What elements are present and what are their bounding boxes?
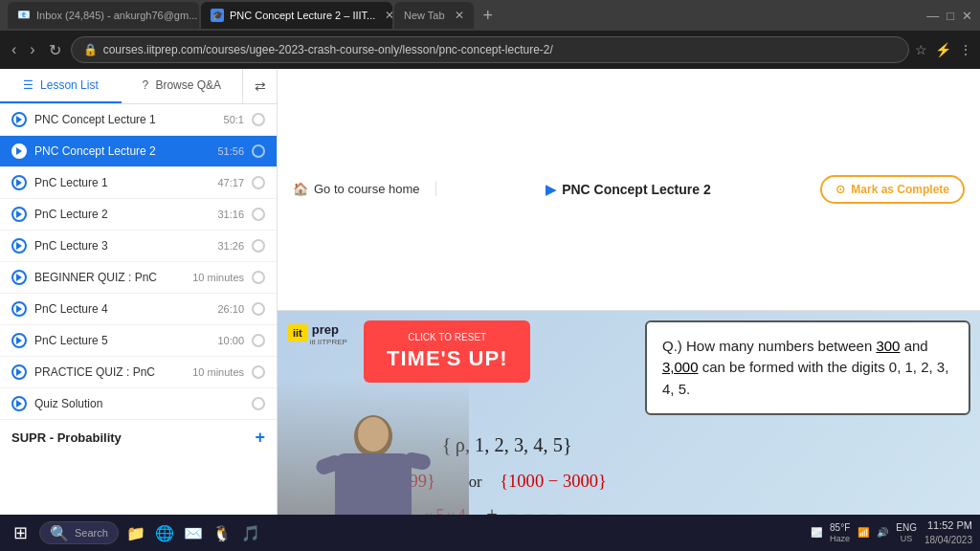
clock-time: 11:52 PM bbox=[924, 518, 972, 533]
url-text: courses.iitprep.com/courses/ugee-2023-cr… bbox=[103, 43, 897, 56]
lesson7-check bbox=[252, 302, 265, 316]
refresh-button[interactable]: ↻ bbox=[45, 41, 65, 59]
sidebar-item-pnc-lecture-4[interactable]: PnC Lecture 2 31:16 bbox=[0, 199, 277, 231]
taskbar-icon-mail[interactable]: ✉️ bbox=[182, 521, 205, 544]
taskbar-search-bar[interactable]: 🔍 Search bbox=[39, 521, 119, 544]
lesson9-duration: 10 minutes bbox=[192, 366, 244, 378]
sidebar-item-pnc-lecture-5[interactable]: PnC Lecture 3 31:26 bbox=[0, 231, 277, 262]
extensions-icon[interactable]: ⚡ bbox=[935, 42, 951, 57]
lang-text: ENG bbox=[896, 522, 917, 534]
lesson3-name: PnC Lecture 1 bbox=[34, 176, 210, 189]
lesson3-check bbox=[252, 176, 265, 189]
lesson6-play-icon bbox=[11, 270, 27, 285]
q-underline-3000: 3,000 bbox=[662, 359, 699, 375]
close-window-button[interactable]: ✕ bbox=[962, 9, 972, 23]
logo-sub: iit IITPREP bbox=[310, 338, 347, 346]
network-icon: 📶 bbox=[858, 527, 869, 538]
lesson6-duration: 10 minutes bbox=[192, 272, 244, 283]
list-icon: ☰ bbox=[23, 78, 33, 92]
clock-date: 18/04/2023 bbox=[924, 534, 972, 547]
sidebar-item-practice-quiz[interactable]: PRACTICE QUIZ : PnC 10 minutes bbox=[0, 357, 277, 388]
forward-button[interactable]: › bbox=[26, 41, 38, 58]
taskbar-icon-browser[interactable]: 🌐 bbox=[153, 521, 176, 544]
taskbar-icon-music[interactable]: 🎵 bbox=[239, 521, 262, 544]
tab3-close[interactable]: ✕ bbox=[455, 9, 464, 22]
taskbar: ⊞ 🔍 Search 📁 🌐 ✉️ 🐧 🎵 🌫️ 85°F Haze 📶 🔊 E… bbox=[0, 515, 980, 551]
lesson7-name: PnC Lecture 4 bbox=[34, 302, 210, 316]
volume-icon: 🔊 bbox=[877, 527, 888, 538]
browser-actions: ☆ ⚡ ⋮ bbox=[915, 42, 972, 57]
question-text: Q.) How many numbers between 300 and 3,0… bbox=[662, 338, 948, 397]
sidebar-item-pnc-lecture-1[interactable]: PNC Concept Lecture 1 50:1 bbox=[0, 104, 277, 136]
mark-complete-button[interactable]: ⊙ Mark as Complete bbox=[820, 175, 965, 204]
lesson5-check bbox=[252, 239, 265, 253]
svg-text:ρ, 1, 2, 3, 4, 5}: ρ, 1, 2, 3, 4, 5} bbox=[456, 434, 572, 456]
tab1-label: Inbox (24,845) - ankurgh76@gm... bbox=[36, 10, 197, 21]
lesson2-name: PNC Concept Lecture 2 bbox=[34, 144, 210, 158]
minimize-button[interactable]: — bbox=[926, 9, 939, 23]
browser-controls: ‹ › ↻ 🔒 courses.iitprep.com/courses/ugee… bbox=[0, 31, 980, 69]
play-circle-icon: ▶ bbox=[546, 182, 556, 197]
top-nav: 🏠 Go to course home ▶ PNC Concept Lectur… bbox=[278, 69, 980, 311]
tab-pnc[interactable]: 🎓 PNC Concept Lecture 2 – IIIT... ✕ bbox=[201, 2, 392, 29]
bookmark-icon[interactable]: ☆ bbox=[915, 42, 927, 57]
lesson1-name: PNC Concept Lecture 1 bbox=[34, 113, 216, 126]
lesson10-name: Quiz Solution bbox=[34, 397, 236, 410]
sidebar-item-beginner-quiz[interactable]: BEGINNER QUIZ : PnC 10 minutes bbox=[0, 262, 277, 294]
home-icon: 🏠 bbox=[293, 182, 308, 196]
lesson1-check bbox=[252, 113, 265, 126]
timer-box[interactable]: CLICK TO RESET TIME'S UP! bbox=[364, 320, 530, 383]
qa-icon: ? bbox=[142, 78, 148, 92]
sidebar-item-pnc-lecture-6[interactable]: PnC Lecture 4 26:10 bbox=[0, 294, 277, 325]
lesson4-check bbox=[252, 208, 265, 221]
tab-newtab[interactable]: New Tab ✕ bbox=[394, 2, 474, 29]
region-text: US bbox=[896, 534, 917, 544]
taskbar-icon-terminal[interactable]: 🐧 bbox=[211, 521, 234, 544]
lesson3-duration: 47:17 bbox=[217, 177, 244, 188]
sidebar-toggle[interactable]: ⇄ bbox=[242, 69, 277, 103]
sidebar-item-pnc-lecture-7[interactable]: PnC Lecture 5 10:00 bbox=[0, 325, 277, 357]
sidebar-item-quiz-solution[interactable]: Quiz Solution bbox=[0, 388, 277, 420]
lesson4-play-icon bbox=[11, 207, 27, 222]
tab3-label: New Tab bbox=[404, 10, 445, 21]
lesson2-play-icon bbox=[11, 143, 27, 159]
taskbar-icon-files[interactable]: 📁 bbox=[124, 521, 147, 544]
lesson9-name: PRACTICE QUIZ : PnC bbox=[34, 365, 185, 379]
section-label: SUPR - Probability bbox=[11, 430, 122, 445]
logo-prep: prep bbox=[312, 322, 339, 337]
lesson8-play-icon bbox=[11, 333, 27, 348]
content-area: 🏠 Go to course home ▶ PNC Concept Lectur… bbox=[278, 69, 980, 551]
start-button[interactable]: ⊞ bbox=[8, 520, 33, 545]
taskbar-weather-icon: 🌫️ bbox=[811, 527, 822, 538]
lesson9-check bbox=[252, 365, 265, 379]
go-to-course-label: Go to course home bbox=[314, 182, 420, 196]
more-options-icon[interactable]: ⋮ bbox=[959, 42, 972, 57]
weather-desc: Haze bbox=[830, 534, 850, 545]
lesson7-duration: 26:10 bbox=[217, 303, 244, 315]
q-underline-300: 300 bbox=[876, 338, 900, 354]
lesson4-name: PnC Lecture 2 bbox=[34, 208, 210, 221]
timer-text: TIME'S UP! bbox=[387, 346, 507, 371]
address-bar[interactable]: 🔒 courses.iitprep.com/courses/ugee-2023-… bbox=[71, 36, 909, 63]
lesson9-play-icon bbox=[11, 364, 27, 380]
sidebar-item-pnc-lecture-3[interactable]: PnC Lecture 1 47:17 bbox=[0, 167, 277, 199]
tab-lesson-list[interactable]: ☰ Lesson List bbox=[0, 69, 122, 103]
browser-chrome: 📧 Inbox (24,845) - ankurgh76@gm... ✕ 🎓 P… bbox=[0, 0, 980, 69]
new-tab-button[interactable]: + bbox=[476, 6, 501, 26]
taskbar-datetime: 11:52 PM 18/04/2023 bbox=[924, 518, 972, 546]
lesson2-check bbox=[252, 144, 265, 158]
go-to-course-link[interactable]: 🏠 Go to course home bbox=[293, 182, 436, 196]
lesson5-duration: 31:26 bbox=[217, 240, 244, 252]
lecture-title-area: ▶ PNC Concept Lecture 2 bbox=[436, 182, 821, 197]
back-button[interactable]: ‹ bbox=[8, 41, 20, 58]
sidebar-scroll[interactable]: PNC Concept Lecture 1 50:1 PNC Concept L… bbox=[0, 104, 277, 551]
taskbar-weather: 85°F Haze bbox=[830, 521, 850, 545]
tab-inbox[interactable]: 📧 Inbox (24,845) - ankurgh76@gm... ✕ bbox=[8, 2, 199, 29]
sidebar-item-pnc-lecture-2[interactable]: PNC Concept Lecture 2 51:56 bbox=[0, 136, 277, 167]
lesson10-check bbox=[252, 397, 265, 410]
section-expand[interactable]: + bbox=[255, 428, 265, 448]
tab-browse-qa[interactable]: ? Browse Q&A bbox=[122, 69, 243, 103]
maximize-button[interactable]: □ bbox=[947, 9, 954, 23]
tab2-close[interactable]: ✕ bbox=[385, 9, 392, 22]
lesson8-check bbox=[252, 334, 265, 347]
